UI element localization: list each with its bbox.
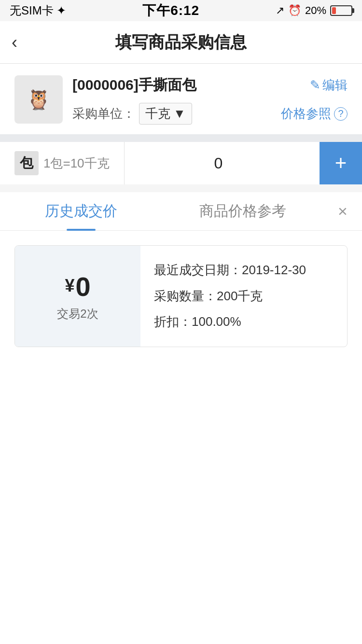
tab-history-price-label: 历史成交价: [45, 201, 117, 221]
tab-product-price-ref-label: 商品价格参考: [199, 201, 286, 221]
edit-label: 编辑: [322, 77, 348, 94]
battery-icon: [330, 5, 352, 16]
close-icon: ×: [338, 202, 348, 221]
product-row: 🦉 [0000006]手撕面包 ✎ 编辑 采购单位： 千克 ▼: [14, 75, 348, 125]
dropdown-arrow-icon: ▼: [173, 106, 186, 121]
tab-history-price[interactable]: 历史成交价: [0, 192, 162, 231]
section-divider: [0, 134, 362, 142]
product-header: [0000006]手撕面包 ✎ 编辑: [72, 75, 348, 95]
price-amount: ¥ 0: [65, 271, 90, 302]
nav-bar: ‹ 填写商品采购信息: [0, 21, 362, 64]
battery-percent: 20%: [305, 4, 326, 17]
purchase-qty-row: 采购数量：200千克: [154, 286, 334, 307]
back-button[interactable]: ‹: [12, 32, 17, 53]
quantity-input-area: +: [124, 142, 362, 184]
product-name: [0000006]手撕面包: [72, 75, 196, 95]
price-card: ¥ 0 交易2次 最近成交日期：2019-12-30 采购数量：200千克 折扣…: [14, 245, 348, 347]
back-icon: ‹: [12, 32, 17, 52]
edit-icon: ✎: [310, 78, 320, 93]
page-title: 填写商品采购信息: [115, 31, 247, 54]
recent-date-row: 最近成交日期：2019-12-30: [154, 260, 334, 280]
edit-button[interactable]: ✎ 编辑: [310, 77, 348, 94]
tab-close-button[interactable]: ×: [323, 192, 362, 231]
discount-value: 100.00%: [192, 314, 241, 329]
location-icon: ↗: [276, 4, 284, 17]
status-right: ↗ ⏰ 20%: [276, 4, 352, 17]
quantity-input[interactable]: [125, 142, 320, 184]
quantity-section: 包 1包=10千克 +: [0, 142, 362, 184]
tab-product-price-ref[interactable]: 商品价格参考: [162, 192, 323, 231]
discount-label: 折扣：: [154, 314, 192, 329]
price-card-left: ¥ 0 交易2次: [15, 246, 140, 347]
purchase-qty-label: 采购数量：: [154, 289, 217, 303]
price-reference-button[interactable]: 价格参照 ?: [281, 105, 348, 122]
status-carrier: 无SIM卡 ✦: [10, 3, 66, 18]
recent-date-label: 最近成交日期：: [154, 263, 242, 277]
info-icon: ?: [334, 107, 348, 121]
unit-value: 千克: [145, 105, 170, 122]
product-title: 手撕面包: [139, 77, 196, 93]
quantity-plus-button[interactable]: +: [320, 142, 362, 184]
product-id: [0000006]: [72, 77, 139, 93]
status-time: 下午6:12: [142, 1, 199, 20]
quantity-unit-conversion: 1包=10千克: [43, 155, 110, 172]
price-value: 0: [75, 271, 90, 302]
carrier-text: 无SIM卡 ✦: [10, 3, 66, 18]
product-section: 🦉 [0000006]手撕面包 ✎ 编辑 采购单位： 千克 ▼: [0, 64, 362, 134]
product-logo-icon: 🦉: [27, 88, 51, 111]
product-thumbnail: 🦉: [14, 75, 63, 124]
status-bar: 无SIM卡 ✦ 下午6:12 ↗ ⏰ 20%: [0, 0, 362, 21]
product-info: [0000006]手撕面包 ✎ 编辑 采购单位： 千克 ▼ 价格参照 ?: [72, 75, 348, 125]
price-trades-count: 交易2次: [57, 306, 98, 322]
price-card-right: 最近成交日期：2019-12-30 采购数量：200千克 折扣：100.00%: [140, 246, 347, 347]
currency-symbol: ¥: [65, 276, 74, 296]
unit-row: 采购单位： 千克 ▼ 价格参照 ?: [72, 103, 348, 125]
recent-date-value: 2019-12-30: [242, 263, 306, 277]
price-ref-label: 价格参照: [281, 105, 331, 122]
history-price-content: ¥ 0 交易2次 最近成交日期：2019-12-30 采购数量：200千克 折扣…: [0, 231, 362, 362]
tab-bar: 历史成交价 商品价格参考 ×: [0, 192, 362, 231]
unit-label: 采购单位：: [72, 105, 135, 122]
purchase-qty-value: 200千克: [217, 289, 263, 303]
quantity-unit-label: 包 1包=10千克: [0, 151, 124, 175]
quantity-unit-icon: 包: [14, 151, 39, 175]
tab-section: 历史成交价 商品价格参考 × ¥ 0 交易2次 最近成交日期：2019-12-3…: [0, 192, 362, 362]
alarm-icon: ⏰: [288, 4, 301, 17]
unit-select-dropdown[interactable]: 千克 ▼: [139, 103, 192, 125]
bottom-area: [0, 362, 362, 644]
discount-row: 折扣：100.00%: [154, 312, 334, 332]
plus-icon: +: [335, 152, 347, 175]
